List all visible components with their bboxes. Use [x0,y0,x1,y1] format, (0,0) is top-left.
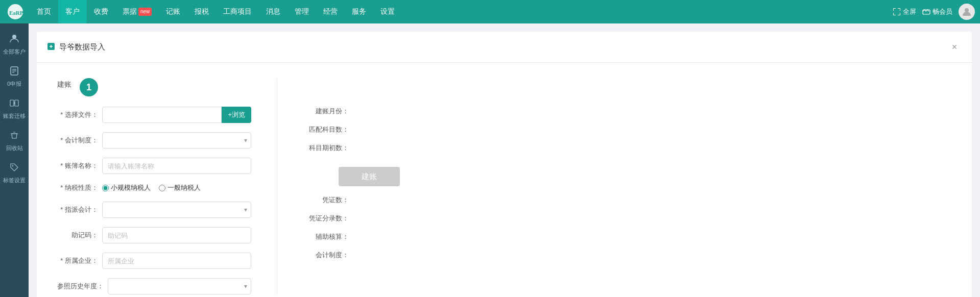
sidebar-item-all-customers[interactable]: 全部客户 [0,29,29,61]
svg-point-4 [12,35,16,39]
form-left: 建账 1 * 选择文件： +浏览 * 会计制度： [57,78,251,294]
match-subjects-row: 匹配科目数： [303,125,436,134]
tax-type-label: * 纳税性质： [57,183,98,192]
accounting-system-label: * 会计制度： [57,136,98,145]
accounting-system-select-wrap: 小企业会计准则 企业会计准则 行政事业单位 ▾ [102,132,251,148]
form-area: 建账 1 * 选择文件： +浏览 * 会计制度： [37,63,972,297]
svg-text:EaRP: EaRP [9,10,23,16]
tax-type-group: 小规模纳税人 一般纳税人 [102,183,201,192]
account-month-row: 建账月份： [303,107,436,116]
nav-items: 首页 客户 收费 票据 new 记账 报税 工商项目 消息 管理 经营 服务 设… [30,0,893,23]
company-input[interactable] [102,253,251,269]
assign-accountant-select-wrap: ▾ [102,202,251,218]
file-label: * 选择文件： [57,110,98,119]
nav-bookkeeping[interactable]: 记账 [159,0,187,23]
assign-accountant-row: * 指派会计： ▾ [57,202,251,218]
ledger-name-row: * 账簿名称： [57,158,251,174]
auxiliary-row: 辅助核算： [303,232,436,241]
accounting-system-row: * 会计制度： 小企业会计准则 企业会计准则 行政事业单位 ▾ [57,132,251,148]
tax-general-radio[interactable] [159,185,165,191]
nav-fee[interactable]: 收费 [87,0,115,23]
tax-small-option[interactable]: 小规模纳税人 [102,183,151,192]
subject-initial-label: 科目期初数： [303,143,349,153]
file-input[interactable] [102,107,222,123]
nav-message[interactable]: 消息 [259,0,288,23]
recycle-icon [9,130,19,143]
nav-settings[interactable]: 设置 [373,0,402,23]
sidebar: 全部客户 0申报 账套迁移 回收站 [0,23,29,297]
page-container: 导爷数据导入 × 建账 1 * 选择文件： +浏览 [37,32,972,297]
svg-point-3 [965,8,969,12]
close-button[interactable]: × [947,40,962,54]
company-label: * 所属企业： [57,256,98,265]
user-avatar[interactable] [959,4,975,20]
file-input-group: +浏览 [102,107,251,123]
form-divider [277,78,277,294]
page-header: 导爷数据导入 × [37,32,972,63]
assign-accountant-select[interactable] [102,202,251,218]
form-right: 建账月份： 匹配科目数： 科目期初数： 建账 凭证数： [303,78,436,294]
step-label: 建账 [57,80,71,89]
subject-initial-row: 科目期初数： [303,143,436,153]
account-month-label: 建账月份： [303,107,349,116]
memo-code-row: 助记码： [57,227,251,243]
browse-button[interactable]: +浏览 [222,107,251,123]
step-indicator: 建账 1 [57,78,251,96]
ledger-name-label: * 账簿名称： [57,161,98,170]
right-accounting-system-label: 会计制度： [303,251,349,260]
right-accounting-system-row: 会计制度： [303,251,436,260]
nav-right-actions: 全屏 畅会员 [893,4,975,20]
match-subjects-label: 匹配科目数： [303,125,349,134]
nav-customer[interactable]: 客户 [58,0,87,23]
ledger-name-input[interactable] [102,158,251,174]
nav-home[interactable]: 首页 [30,0,58,23]
fullscreen-btn[interactable]: 全屏 [893,7,916,16]
build-btn-wrap: 建账 [303,167,436,186]
svg-rect-10 [15,100,18,106]
company-row: * 所属企业： [57,253,251,269]
top-navigation: EaRP 首页 客户 收费 票据 new 记账 报税 工商项目 消息 管理 经营… [0,0,980,23]
nav-operation[interactable]: 经营 [316,0,345,23]
nav-ticket[interactable]: 票据 new [115,0,159,23]
nav-tax[interactable]: 报税 [187,0,216,23]
tax-general-option[interactable]: 一般纳税人 [159,183,201,192]
auxiliary-label: 辅助核算： [303,232,349,241]
main-content: 导爷数据导入 × 建账 1 * 选择文件： +浏览 [29,23,980,297]
file-row: * 选择文件： +浏览 [57,107,251,123]
svg-point-11 [12,165,13,166]
sidebar-item-declaration[interactable]: 0申报 [0,61,29,93]
assign-accountant-label: * 指派会计： [57,205,98,214]
sidebar-item-tag-settings[interactable]: 标签设置 [0,157,29,189]
voucher-entries-label: 凭证分录数： [303,214,349,223]
nav-business[interactable]: 工商项目 [216,0,259,23]
voucher-count-label: 凭证数： [303,195,349,205]
voucher-entries-row: 凭证分录数： [303,214,436,223]
nav-service[interactable]: 服务 [345,0,373,23]
all-customers-icon [9,34,19,46]
form-grid: * 选择文件： +浏览 * 会计制度： 小企业会计准则 [57,107,251,294]
declaration-icon [9,66,19,79]
history-year-select[interactable] [108,278,251,294]
app-logo[interactable]: EaRP [5,2,26,22]
sidebar-item-migration[interactable]: 账套迁移 [0,93,29,125]
migration-icon [9,98,19,111]
vip-btn[interactable]: 畅会员 [922,7,952,16]
history-year-row: 参照历史年度： ▾ [57,278,251,294]
nav-manage[interactable]: 管理 [288,0,316,23]
new-badge: new [138,8,152,16]
svg-rect-9 [10,100,14,106]
sidebar-item-recycle[interactable]: 回收站 [0,125,29,157]
accounting-system-select[interactable]: 小企业会计准则 企业会计准则 行政事业单位 [102,132,251,148]
voucher-count-row: 凭证数： [303,195,436,205]
history-year-select-wrap: ▾ [108,278,251,294]
history-year-label: 参照历史年度： [57,282,104,291]
memo-code-label: 助记码： [57,231,98,240]
tax-type-row: * 纳税性质： 小规模纳税人 一般纳税人 [57,183,251,192]
page-title: 导爷数据导入 [47,42,105,52]
build-account-button[interactable]: 建账 [339,167,400,186]
tax-small-radio[interactable] [102,185,109,191]
import-icon [47,42,55,52]
tag-settings-icon [9,162,19,175]
step-circle: 1 [80,78,98,96]
memo-code-input[interactable] [102,227,251,243]
